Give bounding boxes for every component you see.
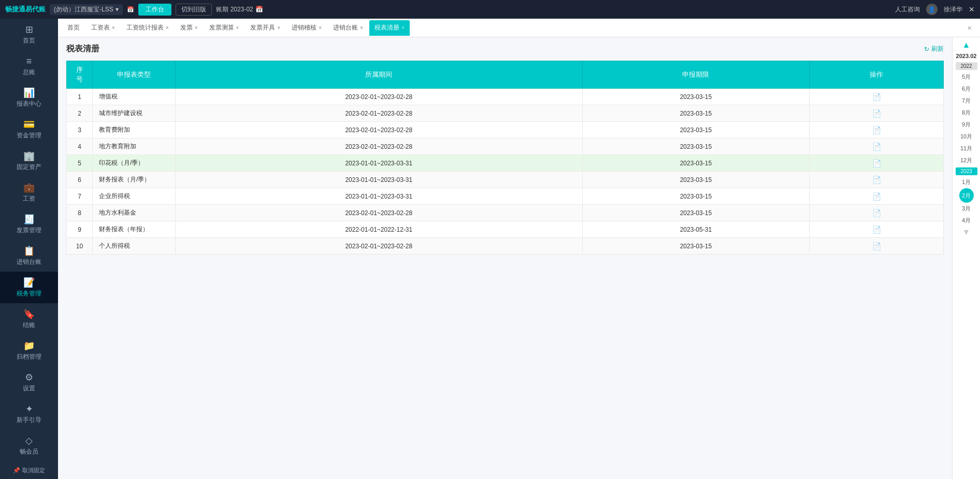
action-view-icon[interactable]: 📄: [872, 126, 881, 134]
tab-close-icon[interactable]: ×: [360, 25, 363, 31]
tab-close-icon[interactable]: ×: [401, 25, 405, 31]
cell-deadline: 2023-03-15: [582, 238, 809, 255]
top-bar: 畅捷通易代账 (勿动）江西服宝-LSS ▾ 📅 工作台 切到旧版 账期 2023…: [0, 0, 980, 19]
cell-action[interactable]: 📄: [810, 188, 944, 205]
date-nav-down-arrow[interactable]: ▼: [961, 227, 972, 238]
sidebar-item-invoice-mgmt[interactable]: 🧾 发票管理: [0, 208, 58, 240]
sidebar-item-funds[interactable]: 💳 资金管理: [0, 114, 58, 145]
calendar-icon: 📅: [127, 6, 134, 13]
cell-action[interactable]: 📄: [810, 138, 944, 155]
date-nav-month-11[interactable]: 11月: [956, 143, 977, 154]
date-nav-month-5[interactable]: 5月: [956, 71, 977, 83]
action-view-icon[interactable]: 📄: [872, 192, 881, 201]
tax-mgmt-icon: 📝: [23, 278, 35, 287]
action-view-icon[interactable]: 📄: [872, 143, 881, 151]
tab-label: 发票开具: [250, 23, 275, 32]
cell-action[interactable]: 📄: [810, 122, 944, 138]
action-view-icon[interactable]: 📄: [872, 109, 881, 118]
date-nav-month-7[interactable]: 7月: [956, 95, 977, 107]
cell-type: 地方水利基金: [93, 205, 176, 221]
sidebar-item-home[interactable]: ⊞ 首页: [0, 19, 58, 50]
action-view-icon[interactable]: 📄: [872, 93, 881, 101]
action-view-icon[interactable]: 📄: [872, 159, 881, 167]
tab-invoice-open[interactable]: 发票开具 ×: [245, 20, 285, 36]
tab-purchase-ledger[interactable]: 进销台账 ×: [328, 20, 368, 36]
date-nav-month-6[interactable]: 6月: [956, 83, 977, 95]
workbench-button[interactable]: 工作台: [138, 4, 171, 16]
tab-tax-clearance[interactable]: 税表清册 ×: [369, 20, 410, 36]
tab-close-icon[interactable]: ×: [319, 25, 322, 31]
cell-no: 8: [67, 205, 93, 221]
tab-bar: 首页 工资表 × 工资统计报表 × 发票 × 发票测算 × 发票开具 ×: [58, 19, 980, 37]
tab-close-icon[interactable]: ×: [195, 25, 198, 31]
tab-invoice[interactable]: 发票 ×: [175, 20, 203, 36]
close-all-button[interactable]: ×: [963, 24, 976, 32]
cell-no: 1: [67, 89, 93, 105]
switch-old-button[interactable]: 切到旧版: [176, 4, 212, 16]
tab-close-icon[interactable]: ×: [112, 25, 115, 31]
cell-action[interactable]: 📄: [810, 105, 944, 122]
table-row: 10 个人所得税 2023-02-01~2023-02-28 2023-03-1…: [67, 238, 944, 255]
period-label: 账期: [216, 5, 228, 14]
date-nav-month-10[interactable]: 10月: [956, 131, 977, 143]
tab-salary-table[interactable]: 工资表 ×: [86, 20, 120, 36]
date-nav-month-12[interactable]: 12月: [956, 154, 977, 166]
tab-close-icon[interactable]: ×: [277, 25, 280, 31]
date-nav-month-4[interactable]: 4月: [956, 215, 977, 227]
sidebar-item-salary[interactable]: 💼 工资: [0, 177, 58, 208]
date-nav-month-2[interactable]: 2月: [959, 188, 974, 203]
date-nav-month-3[interactable]: 3月: [956, 203, 977, 215]
col-header-no: 序号: [67, 61, 93, 89]
tab-purchase-audit[interactable]: 进销稽核 ×: [286, 20, 327, 36]
table-row: 8 地方水利基金 2023-02-01~2023-02-28 2023-03-1…: [67, 205, 944, 221]
sidebar-item-tax-mgmt[interactable]: 📝 税务管理: [0, 272, 58, 303]
cell-action[interactable]: 📄: [810, 172, 944, 188]
cell-action[interactable]: 📄: [810, 221, 944, 238]
date-nav-month-1[interactable]: 1月: [956, 176, 977, 188]
cancel-fixed[interactable]: 📌 取消固定: [0, 461, 58, 479]
sidebar-item-settings[interactable]: ⚙ 设置: [0, 367, 58, 398]
period-icon[interactable]: 📅: [255, 6, 263, 13]
tab-home[interactable]: 首页: [62, 20, 85, 36]
company-name: (勿动）江西服宝-LSS: [54, 5, 113, 14]
date-nav-month-9[interactable]: 9月: [956, 119, 977, 131]
main-layout: ⊞ 首页 ≡ 总账 📊 报表中心 💳 资金管理 🏢 固定资产 💼 工资 🧾 发票…: [0, 19, 980, 479]
action-view-icon[interactable]: 📄: [872, 242, 881, 250]
company-dropdown-icon[interactable]: ▾: [116, 6, 119, 13]
tab-close-icon[interactable]: ×: [236, 25, 239, 31]
tab-invoice-calc[interactable]: 发票测算 ×: [204, 20, 244, 36]
date-nav-up-arrow[interactable]: ▲: [961, 39, 972, 51]
cell-action[interactable]: 📄: [810, 155, 944, 172]
col-header-action: 操作: [810, 61, 944, 89]
sidebar-item-settlement[interactable]: 🔖 结账: [0, 303, 58, 335]
cell-action[interactable]: 📄: [810, 89, 944, 105]
sidebar-item-vip[interactable]: ◇ 畅会员: [0, 430, 58, 461]
sidebar-item-purchase-sales[interactable]: 📋 进销台账: [0, 240, 58, 272]
action-view-icon[interactable]: 📄: [872, 226, 881, 234]
refresh-icon: ↻: [924, 46, 929, 53]
window-close-icon[interactable]: ✕: [969, 5, 975, 13]
sidebar-item-new-guide[interactable]: ✦ 新手引导: [0, 398, 58, 430]
company-selector[interactable]: (勿动）江西服宝-LSS ▾: [50, 4, 123, 15]
sidebar-item-archive[interactable]: 📁 归档管理: [0, 335, 58, 367]
sidebar-item-reports[interactable]: 📊 报表中心: [0, 82, 58, 114]
refresh-button[interactable]: ↻ 刷新: [924, 45, 944, 53]
cell-action[interactable]: 📄: [810, 205, 944, 221]
period-value: 2023-02: [230, 6, 253, 13]
ai-consult[interactable]: 人工咨询: [895, 5, 920, 14]
cell-action[interactable]: 📄: [810, 238, 944, 255]
user-name[interactable]: 徐泽华: [944, 5, 962, 14]
cell-type: 地方教育附加: [93, 138, 176, 155]
action-view-icon[interactable]: 📄: [872, 176, 881, 184]
cell-no: 10: [67, 238, 93, 255]
cell-type: 财务报表（月/季）: [93, 172, 176, 188]
action-view-icon[interactable]: 📄: [872, 209, 881, 217]
sidebar-item-ledger[interactable]: ≡ 总账: [0, 50, 58, 82]
cell-period: 2023-02-01~2023-02-28: [176, 105, 583, 122]
tab-salary-stats[interactable]: 工资统计报表 ×: [121, 20, 174, 36]
tab-close-icon[interactable]: ×: [166, 25, 169, 31]
sidebar-item-fixed-assets[interactable]: 🏢 固定资产: [0, 145, 58, 177]
tab-label: 发票测算: [209, 23, 234, 32]
cell-no: 3: [67, 122, 93, 138]
date-nav-month-8[interactable]: 8月: [956, 107, 977, 119]
